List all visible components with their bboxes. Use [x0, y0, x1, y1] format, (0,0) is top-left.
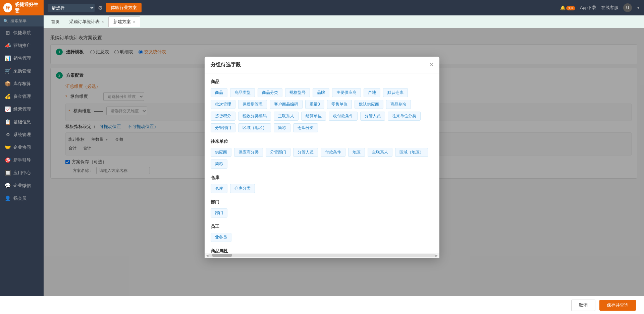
field-tag-供应商[interactable]: 供应商: [211, 148, 231, 157]
sidebar-item-quick-nav[interactable]: ⊞ 快捷导航: [0, 26, 44, 39]
field-tag-简称[interactable]: 简称: [274, 123, 290, 132]
field-tag-零售单位[interactable]: 零售单位: [327, 100, 352, 109]
field-tag-部门[interactable]: 部门: [211, 208, 227, 217]
field-tag-保质期管理[interactable]: 保质期管理: [238, 100, 267, 109]
footer-bar: 取消 保存并查询: [0, 296, 644, 314]
confirm-button[interactable]: 保存并查询: [599, 300, 636, 311]
sidebar-search[interactable]: 🔍 搜索菜单: [0, 15, 44, 26]
sidebar-item-label: 企业微信: [13, 183, 31, 189]
field-tag-主联系人[interactable]: 主联系人: [368, 148, 392, 157]
sidebar-item-label: 新手引导: [13, 157, 31, 163]
cancel-button[interactable]: 取消: [571, 300, 595, 311]
field-tag-业务员[interactable]: 业务员: [211, 233, 231, 242]
field-select-modal: 分组待选字段 × 商品商品商品类型商品分类规格型号品牌主要供应商产地默认仓库批次…: [205, 57, 439, 258]
sidebar-item-operations[interactable]: 📈 经营管理: [0, 103, 44, 116]
sidebar-item-wechat[interactable]: 💬 企业微信: [0, 179, 44, 192]
tab-purchase-order-close[interactable]: ×: [102, 20, 104, 24]
sidebar-item-enterprise[interactable]: 🤝 企业协同: [0, 141, 44, 154]
hscroll-right-arrow[interactable]: ▶: [435, 254, 438, 257]
sidebar-item-marketing[interactable]: 📣 营销推广: [0, 39, 44, 52]
search-label: 搜索菜单: [10, 18, 26, 24]
field-tag-默认仓库[interactable]: 默认仓库: [383, 88, 408, 97]
field-tag-产地[interactable]: 产地: [364, 88, 380, 97]
field-tag-税收分类编码[interactable]: 税收分类编码: [238, 112, 271, 121]
tab-purchase-order[interactable]: 采购订单统计表 ×: [64, 17, 108, 27]
field-tag-商品[interactable]: 商品: [211, 88, 227, 97]
notification-badge: 99+: [566, 6, 575, 10]
field-tag-客户商品编码[interactable]: 客户商品编码: [270, 100, 303, 109]
sidebar-item-label: 基础信息: [13, 119, 31, 125]
field-tag-商品分类[interactable]: 商品分类: [258, 88, 282, 97]
field-tag-商品类型[interactable]: 商品类型: [230, 88, 255, 97]
topbar-right: 🔔99+ App下载 在线客服 U ▼: [560, 3, 640, 12]
field-tag-仓库分类[interactable]: 仓库分类: [230, 184, 255, 193]
logo-icon: 好: [3, 3, 12, 12]
sidebar-item-label: 应用中心: [13, 170, 31, 176]
field-tag-拣货积分[interactable]: 拣货积分: [211, 112, 235, 121]
notification-area[interactable]: 🔔99+: [560, 5, 575, 10]
section-department: 部门部门: [211, 199, 433, 217]
field-tags-goods: 商品商品类型商品分类规格型号品牌主要供应商产地默认仓库批次管理保质期管理客户商品…: [211, 88, 433, 132]
user-avatar[interactable]: U: [623, 3, 632, 12]
field-tag-主要供应商[interactable]: 主要供应商: [332, 88, 361, 97]
modal-close-button[interactable]: ×: [430, 61, 433, 68]
app-download-link[interactable]: App下载: [580, 5, 596, 11]
system-icon: ⚙: [5, 132, 11, 138]
sidebar-item-purchase[interactable]: 🛒 采购管理: [0, 65, 44, 77]
tab-new-plan[interactable]: 新建方案 ×: [108, 16, 140, 27]
field-tag-分管人员[interactable]: 分管人员: [293, 148, 318, 157]
sidebar-item-label: 销售管理: [13, 55, 31, 61]
field-tag-仓库[interactable]: 仓库: [211, 184, 227, 193]
sidebar-logo: 好 畅捷通好生意: [0, 0, 44, 15]
experience-btn[interactable]: 体验行业方案: [106, 3, 142, 12]
topbar: 请选择 ⚙ 体验行业方案 🔔99+ App下载 在线客服 U ▼: [44, 0, 644, 15]
sidebar-item-apps[interactable]: 🔲 应用中心: [0, 167, 44, 179]
field-tag-往来单位分类[interactable]: 往来单位分类: [388, 112, 421, 121]
sidebar-item-member[interactable]: 👤 畅会员: [0, 192, 44, 205]
field-tag-重量3[interactable]: 重量3: [305, 100, 324, 109]
basic-icon: 📋: [5, 119, 11, 125]
tab-new-plan-label: 新建方案: [113, 19, 131, 25]
field-tag-仓库分类[interactable]: 仓库分类: [293, 123, 318, 132]
field-tag-主联系人[interactable]: 主联系人: [274, 112, 299, 121]
sales-icon: 📊: [5, 55, 11, 61]
field-tag-批次管理[interactable]: 批次管理: [211, 100, 235, 109]
field-tag-地区[interactable]: 地区: [348, 148, 365, 157]
sidebar-item-sales[interactable]: 📊 销售管理: [0, 52, 44, 65]
field-tag-分管部门[interactable]: 分管部门: [211, 123, 235, 132]
field-tag-区域（地区）[interactable]: 区域（地区）: [395, 148, 428, 157]
sidebar-item-system[interactable]: ⚙ 系统管理: [0, 128, 44, 141]
sidebar-item-label: 资金管理: [13, 93, 31, 100]
online-service-link[interactable]: 在线客服: [601, 5, 619, 11]
field-tag-规格型号[interactable]: 规格型号: [285, 88, 310, 97]
field-tag-简称[interactable]: 简称: [211, 160, 227, 169]
field-tag-区域（地区）[interactable]: 区域（地区）: [238, 123, 271, 132]
topbar-module-select[interactable]: 请选择: [48, 4, 95, 12]
field-tag-商品别名[interactable]: 商品别名: [386, 100, 411, 109]
sidebar: 好 畅捷通好生意 🔍 搜索菜单 ⊞ 快捷导航 📣 营销推广 📊 销售管理 🛒 采…: [0, 0, 44, 314]
tab-new-plan-close[interactable]: ×: [133, 20, 135, 24]
modal-body: 商品商品商品类型商品分类规格型号品牌主要供应商产地默认仓库批次管理保质期管理客户…: [205, 73, 439, 253]
sidebar-item-label: 库存核算: [13, 81, 31, 87]
sidebar-item-finance[interactable]: 💰 资金管理: [0, 90, 44, 103]
sidebar-item-inventory[interactable]: 📦 库存核算: [0, 77, 44, 90]
field-tag-分管部门[interactable]: 分管部门: [266, 148, 290, 157]
section-product-attr: 商品属性属性颜色多规格尺码鞋码1: [211, 248, 433, 253]
modal-horizontal-scrollbar[interactable]: ◀ ▶: [205, 253, 439, 258]
inventory-icon: 📦: [5, 81, 11, 87]
field-tag-默认供应商[interactable]: 默认供应商: [355, 100, 383, 109]
purchase-icon: 🛒: [5, 68, 11, 74]
gear-icon[interactable]: ⚙: [98, 5, 103, 11]
field-tag-分管人员[interactable]: 分管人员: [360, 112, 385, 121]
field-tag-结算单位[interactable]: 结算单位: [301, 112, 326, 121]
field-tag-收付款条件[interactable]: 收付款条件: [329, 112, 358, 121]
field-tag-品牌[interactable]: 品牌: [313, 88, 329, 97]
sidebar-item-basic[interactable]: 📋 基础信息: [0, 116, 44, 128]
member-icon: 👤: [5, 195, 11, 201]
tab-home[interactable]: 首页: [46, 17, 64, 27]
hscroll-left-arrow[interactable]: ◀: [206, 254, 209, 257]
field-tag-付款条件[interactable]: 付款条件: [321, 148, 345, 157]
field-tag-供应商分类[interactable]: 供应商分类: [234, 148, 263, 157]
sidebar-item-guide[interactable]: 🎯 新手引导: [0, 154, 44, 167]
hscroll-thumb[interactable]: [212, 254, 232, 257]
